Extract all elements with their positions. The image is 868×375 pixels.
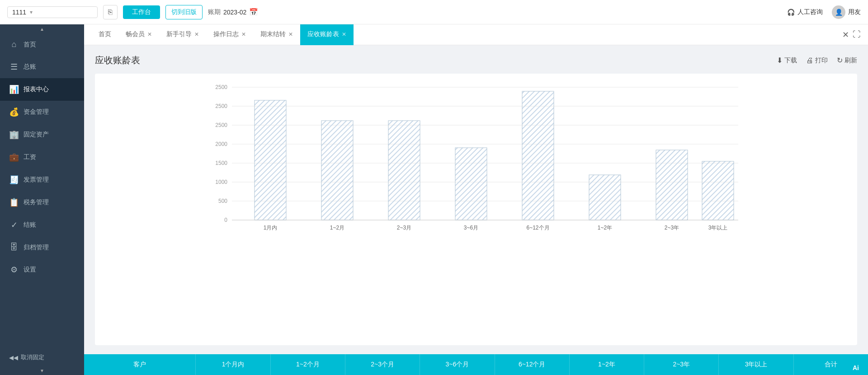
sidebar-label-settings: 设置 [24,266,36,274]
table-header-7: 2~3年 [644,354,719,375]
tab-close-log[interactable]: ✕ [241,31,246,38]
download-label: 下载 [784,56,797,65]
tab-close-aging[interactable]: ✕ [342,31,346,38]
bar-2 [321,121,353,220]
table-header-6: 1~2年 [570,354,644,375]
print-label: 打印 [815,56,828,65]
sidebar-item-tax[interactable]: 📋 税务管理 [0,191,84,214]
bar-4 [455,148,487,220]
company-name: 1111 [12,9,26,16]
tab-close-guide[interactable]: ✕ [194,31,199,38]
main-content: 应收账龄表 ⬇ 下载 🖨 打印 ↻ 刷新 [84,45,868,354]
bar-chart: 2500 2500 2500 2000 1500 1000 500 0 [104,83,848,241]
sidebar-item-invoice[interactable]: 🧾 发票管理 [0,169,84,191]
top-header: 1111 ▾ ⎘ 工作台 切到旧版 账期 2023-02 📅 🎧 人工咨询 👤 … [0,0,868,24]
tab-guide[interactable]: 新手引导✕ [159,24,206,45]
tab-aging[interactable]: 应收账龄表✕ [300,24,354,45]
sidebar-label-report: 报表中心 [24,85,49,94]
tab-label-aging: 应收账龄表 [307,30,339,38]
bar-7 [656,150,688,220]
sidebar-item-checkout[interactable]: ✓ 结账 [0,214,84,236]
copy-icon: ⎘ [108,8,113,16]
sidebar-item-ledger[interactable]: ☰ 总账 [0,56,84,78]
refresh-icon: ↻ [837,56,843,65]
tab-member[interactable]: 畅会员✕ [118,24,159,45]
close-all-tabs-button[interactable]: ✕ [842,30,849,40]
tab-close-period-end[interactable]: ✕ [288,31,293,38]
table-header-2: 1~2个月 [271,354,345,375]
sidebar-label-archive: 归档管理 [24,244,49,252]
table-header-5: 6~12个月 [495,354,570,375]
switch-version-button[interactable]: 切到旧版 [165,5,203,19]
scroll-down-icon: ▼ [40,368,44,373]
tab-period-end[interactable]: 期末结转✕ [253,24,300,45]
sidebar-label-home: 首页 [24,41,36,49]
table-header-8: 3年以上 [719,354,793,375]
sidebar-icon-salary: 💼 [9,152,19,162]
table-header-0: 客户 [84,354,196,375]
svg-text:2500: 2500 [215,103,227,109]
sidebar-item-home[interactable]: ⌂ 首页 [0,33,84,56]
tab-bar: 首页畅会员✕新手引导✕操作日志✕期末结转✕应收账龄表✕ ✕ ⛶ [84,24,868,45]
page-title: 应收账龄表 [95,54,140,66]
avatar: 👤 [832,5,845,19]
download-button[interactable]: ⬇ 下载 [777,56,797,65]
sidebar-scroll-down[interactable]: ▼ [0,366,84,375]
workbench-button[interactable]: 工作台 [123,5,160,19]
svg-text:6~12个月: 6~12个月 [526,225,549,231]
page-header: 应收账龄表 ⬇ 下载 🖨 打印 ↻ 刷新 [95,54,857,66]
svg-text:500: 500 [218,198,227,204]
consult-button[interactable]: 🎧 人工咨询 [787,8,823,16]
sidebar-scroll-up[interactable]: ▲ [0,24,84,33]
sidebar-icon-ledger: ☰ [9,62,19,72]
svg-text:1~2年: 1~2年 [598,225,612,231]
pin-icon: ◀◀ [9,354,18,361]
svg-text:1~2月: 1~2月 [330,225,344,231]
sidebar-item-settings[interactable]: ⚙ 设置 [0,258,84,281]
svg-text:0: 0 [224,217,227,223]
svg-text:1500: 1500 [215,160,227,166]
table-header-4: 3~6个月 [420,354,495,375]
svg-text:2~3年: 2~3年 [665,225,679,231]
sidebar-icon-checkout: ✓ [9,220,19,230]
calendar-icon[interactable]: 📅 [249,8,258,16]
user-name: 用友 [848,8,861,16]
svg-text:2500: 2500 [215,122,227,128]
tab-home[interactable]: 首页 [91,24,118,45]
tab-log[interactable]: 操作日志✕ [206,24,253,45]
sidebar-label-invoice: 发票管理 [24,176,49,184]
sidebar-item-asset[interactable]: 🏢 固定资产 [0,123,84,146]
sidebar-label-salary: 工资 [24,153,36,161]
refresh-label: 刷新 [844,56,857,65]
tab-actions: ✕ ⛶ [842,30,861,40]
download-icon: ⬇ [777,56,783,65]
pin-label: 取消固定 [21,353,44,361]
chart-wrapper: 2500 2500 2500 2000 1500 1000 500 0 [104,83,848,241]
sidebar-pin-toggle[interactable]: ◀◀ 取消固定 [0,349,84,366]
bar-5 [522,91,554,220]
expand-button[interactable]: ⛶ [853,30,861,39]
refresh-button[interactable]: ↻ 刷新 [837,56,857,65]
sidebar-item-salary[interactable]: 💼 工资 [0,146,84,169]
main-layout: ▲ ⌂ 首页 ☰ 总账 📊 报表中心 💰 资金管理 🏢 固定资产 💼 工资 🧾 … [0,24,868,375]
print-button[interactable]: 🖨 打印 [806,56,828,65]
period-info: 账期 2023-02 📅 [208,8,258,16]
svg-text:2~3月: 2~3月 [397,225,411,231]
company-selector[interactable]: 1111 ▾ [7,6,98,18]
svg-text:1000: 1000 [215,179,227,185]
copy-button[interactable]: ⎘ [103,5,118,19]
sidebar-icon-tax: 📋 [9,197,19,207]
content-area: 首页畅会员✕新手引导✕操作日志✕期末结转✕应收账龄表✕ ✕ ⛶ 应收账龄表 ⬇ … [84,24,868,375]
sidebar-icon-settings: ⚙ [9,265,19,275]
chevron-down-icon: ▾ [30,9,33,15]
user-info[interactable]: 👤 用友 [832,5,861,19]
sidebar-item-fund[interactable]: 💰 资金管理 [0,101,84,123]
period-value: 2023-02 [223,9,246,16]
svg-text:2000: 2000 [215,141,227,147]
sidebar-item-archive[interactable]: 🗄 归档管理 [0,236,84,258]
ai-badge[interactable]: Ai [844,361,868,375]
sidebar-item-report[interactable]: 📊 报表中心 [0,78,84,101]
tab-close-member[interactable]: ✕ [147,31,152,38]
page-actions: ⬇ 下载 🖨 打印 ↻ 刷新 [777,56,857,65]
sidebar-icon-home: ⌂ [9,40,19,49]
